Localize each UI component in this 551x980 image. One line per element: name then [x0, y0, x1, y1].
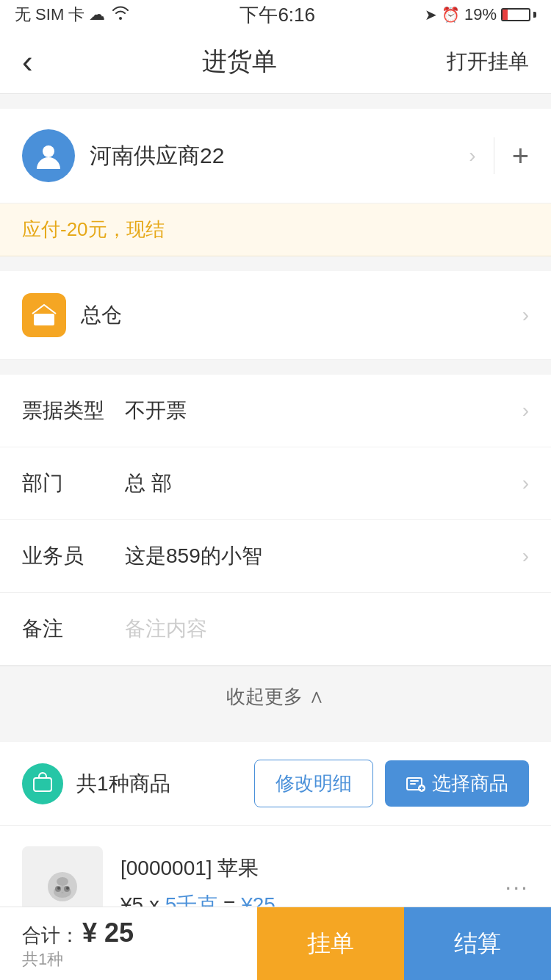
- page-title: 进货单: [202, 45, 277, 79]
- department-label: 部门: [22, 469, 110, 497]
- open-hang-button[interactable]: 打开挂单: [447, 48, 529, 76]
- supplier-avatar: [22, 129, 75, 182]
- warehouse-row[interactable]: 总仓 ›: [0, 271, 551, 360]
- product-name: [0000001] 苹果: [120, 854, 487, 882]
- salesperson-row[interactable]: 业务员 这是859的小智 ›: [0, 520, 551, 593]
- sim-label: 无 SIM 卡 ☁: [15, 4, 105, 26]
- product-count-label: 共1种商品: [76, 770, 254, 798]
- product-more-button[interactable]: ···: [505, 873, 529, 901]
- warehouse-chevron-icon: ›: [522, 303, 529, 327]
- salesperson-label: 业务员: [22, 542, 110, 570]
- nav-bar: ‹ 进货单 打开挂单: [0, 29, 551, 94]
- status-left: 无 SIM 卡 ☁: [15, 4, 130, 26]
- svg-point-12: [57, 887, 60, 890]
- product-header-icon: [22, 763, 63, 804]
- total-sub-label: 共1种: [22, 948, 235, 970]
- svg-point-13: [66, 887, 69, 890]
- back-button[interactable]: ‹: [22, 43, 33, 80]
- status-time: 下午6:16: [240, 2, 315, 28]
- product-header: 共1种商品 修改明细 选择商品: [0, 742, 551, 826]
- product-code: [0000001]: [120, 857, 212, 879]
- select-product-label: 选择商品: [432, 771, 508, 796]
- invoice-type-chevron-icon: ›: [522, 399, 529, 422]
- warehouse-name: 总仓: [81, 301, 122, 329]
- battery-percent: 19%: [464, 5, 497, 24]
- product-title: 苹果: [217, 857, 259, 879]
- select-product-button[interactable]: 选择商品: [385, 760, 529, 807]
- salesperson-chevron-icon: ›: [522, 544, 529, 568]
- svg-rect-2: [34, 778, 51, 791]
- hang-order-button[interactable]: 挂单: [257, 907, 404, 981]
- divider-2: [0, 256, 551, 271]
- checkout-button[interactable]: 结算: [404, 907, 551, 981]
- remark-row[interactable]: 备注 备注内容: [0, 593, 551, 666]
- notice-bar: 应付-20元，现结: [0, 203, 551, 256]
- supplier-section: 河南供应商22 › + 应付-20元，现结: [0, 109, 551, 256]
- vertical-divider: [494, 137, 494, 174]
- department-chevron-icon: ›: [522, 472, 529, 495]
- edit-detail-button[interactable]: 修改明细: [254, 760, 373, 807]
- status-right: ➤ ⏰ 19%: [425, 5, 536, 24]
- department-row[interactable]: 部门 总 部 ›: [0, 447, 551, 520]
- divider-top: [0, 94, 551, 109]
- svg-point-6: [57, 877, 68, 886]
- fields-section: 票据类型 不开票 › 部门 总 部 › 业务员 这是859的小智 › 备注 备注…: [0, 375, 551, 666]
- total-label: 合计：: [22, 923, 79, 948]
- supplier-row[interactable]: 河南供应商22 › +: [0, 109, 551, 203]
- total-area: 合计： ¥ 25 共1种: [0, 918, 257, 970]
- wifi-icon: [111, 5, 130, 24]
- warehouse-icon-wrap: [22, 293, 66, 337]
- location-icon: ➤: [425, 6, 437, 24]
- supplier-chevron-icon: ›: [469, 144, 475, 167]
- collapse-button[interactable]: 收起更多 ∧: [0, 666, 551, 727]
- supplier-name: 河南供应商22: [90, 141, 469, 171]
- svg-rect-1: [34, 314, 54, 325]
- invoice-type-label: 票据类型: [22, 397, 110, 425]
- invoice-type-value: 不开票: [110, 397, 522, 425]
- svg-point-0: [43, 145, 54, 157]
- bottom-bar: 合计： ¥ 25 共1种 挂单 结算: [0, 907, 551, 980]
- alarm-icon: ⏰: [442, 6, 460, 24]
- department-value: 总 部: [110, 469, 522, 497]
- divider-3: [0, 360, 551, 375]
- add-supplier-button[interactable]: +: [512, 140, 529, 173]
- battery-icon: [501, 8, 536, 21]
- remark-placeholder: 备注内容: [110, 615, 529, 643]
- remark-label: 备注: [22, 615, 110, 643]
- salesperson-value: 这是859的小智: [110, 542, 522, 570]
- total-amount: ¥ 25: [82, 918, 134, 948]
- invoice-type-row[interactable]: 票据类型 不开票 ›: [0, 375, 551, 447]
- status-bar: 无 SIM 卡 ☁ 下午6:16 ➤ ⏰ 19%: [0, 0, 551, 29]
